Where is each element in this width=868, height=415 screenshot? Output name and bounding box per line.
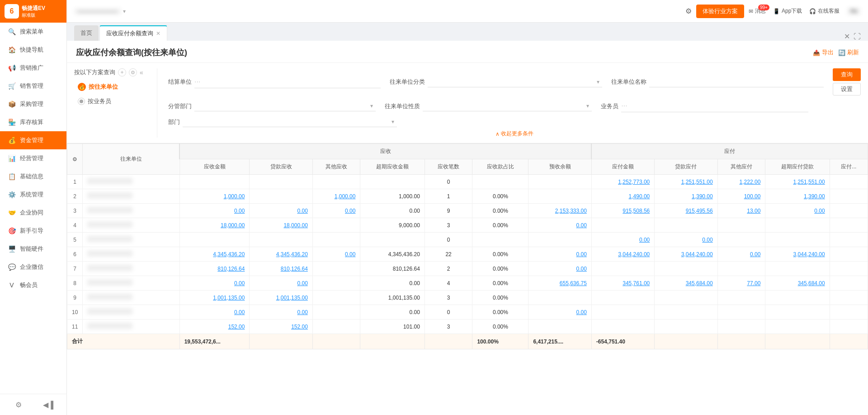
th-overdue-payable: 超期应付贷款 (765, 159, 830, 175)
topbar-right: ✉ 消息 99+ 📱 App下载 🎧 在线客服 Rit (749, 7, 861, 15)
td-receivable-amount: 810,126.64 (179, 262, 250, 276)
breadcrumb-chevron[interactable]: ▾ (123, 8, 126, 14)
td-overdue-receivable: 0.00 (360, 305, 425, 320)
window-expand-btn[interactable]: ⛶ (854, 33, 861, 41)
td-loan-payable (655, 262, 717, 276)
sidebar-label-sales: 销售管理 (20, 82, 43, 90)
tab-close-icon[interactable]: ✕ (156, 30, 160, 37)
online-support-icon[interactable]: 🎧 在线客服 (809, 7, 840, 15)
td-loan-receivable (250, 189, 312, 204)
refresh-btn[interactable]: 🔄 刷新 (838, 48, 859, 57)
tab-receivable[interactable]: 应收应付余额查询 ✕ (99, 25, 167, 41)
th-loan-receivable: 贷款应收 (250, 159, 312, 175)
filter-collapse-left-icon[interactable]: « (140, 69, 143, 76)
footer-other-receivable (312, 334, 360, 349)
salesman-input[interactable]: ··· (621, 100, 808, 112)
td-receivable-count: 22 (425, 247, 472, 262)
sidebar-item-inventory[interactable]: 🏪库存核算 (0, 113, 66, 131)
td-payable-tail (830, 291, 868, 305)
tree-icon-partner: 💰 (78, 83, 86, 91)
message-icon[interactable]: ✉ 消息 99+ (749, 7, 766, 15)
data-table: ⚙ 往来单位 应收 应付 应收金额 贷款应收 其他应收 超期应收金额 应收笔数 … (67, 143, 868, 349)
sidebar-item-marketing[interactable]: 📢营销推广 (0, 59, 66, 77)
td-overdue-receivable (360, 175, 425, 189)
sidebar-item-system[interactable]: ⚙️系统管理 (0, 186, 66, 204)
filter-scheme-label: 按以下方案查询 (74, 68, 115, 76)
window-close-btn[interactable]: ✕ (844, 32, 850, 41)
sidebar-label-inventory: 库存核算 (20, 118, 43, 126)
partner-category-select[interactable]: ▾ (428, 77, 602, 87)
td-payable-amount (591, 262, 654, 276)
td-receivable-count: 4 (425, 276, 472, 291)
partner-nature-select[interactable]: ▾ (423, 101, 592, 111)
td-payable-tail (830, 247, 868, 262)
sidebar-item-quick-nav[interactable]: 🏠快捷导航 (0, 41, 66, 59)
td-loan-payable (655, 291, 717, 305)
settings-btn[interactable]: 设置 (833, 83, 861, 95)
topbar-settings-icon[interactable]: ⚙ (685, 7, 692, 15)
td-receivable-amount (179, 175, 250, 189)
username-display: Rit (847, 7, 861, 15)
td-receivable-count: 3 (425, 320, 472, 334)
settlement-unit-input[interactable]: ··· (194, 76, 381, 88)
collapse-icon[interactable]: ◀▐ (41, 398, 55, 411)
sidebar-item-basic[interactable]: 📋基础信息 (0, 167, 66, 186)
td-receivable-ratio (472, 175, 528, 189)
td-loan-payable (655, 305, 717, 320)
td-rownum: 6 (67, 247, 83, 262)
td-other-receivable (312, 218, 360, 233)
filter-settings-icon[interactable]: ⚙ (129, 68, 137, 76)
table-row: 8 0.00 0.00 0.00 4 0.00% 655,636.75 345,… (67, 276, 868, 291)
td-loan-payable: 1,251,551.00 (655, 175, 717, 189)
table-wrapper: ⚙ 往来单位 应收 应付 应收金额 贷款应收 其他应收 超期应收金额 应收笔数 … (67, 143, 868, 415)
sidebar-item-member[interactable]: V畅会员 (0, 276, 66, 294)
sidebar-item-operation[interactable]: 📊经营管理 (0, 149, 66, 167)
footer-overdue-receivable (360, 334, 425, 349)
td-partner (83, 204, 179, 218)
td-rownum: 8 (67, 276, 83, 291)
filter-tree-item-partner[interactable]: 💰 按往来单位 (78, 81, 150, 93)
td-rownum: 4 (67, 218, 83, 233)
filter-tree: 💰 按往来单位 按业务员 (74, 81, 150, 107)
td-overdue-payable (765, 305, 830, 320)
td-overdue-receivable: 810,126.64 (360, 262, 425, 276)
sidebar-label-member: 畅会员 (20, 281, 38, 289)
sidebar-item-finance[interactable]: 💰资金管理 (0, 131, 66, 149)
sidebar-logo: 6 畅捷通EV 标准版 (0, 0, 66, 23)
tab-home[interactable]: 首页 (74, 25, 99, 41)
sidebar-item-search-menu[interactable]: 🔍搜索菜单 (0, 23, 66, 41)
sidebar-item-corp-wechat[interactable]: 💬企业微信 (0, 258, 66, 276)
collapse-filter-btn[interactable]: ∧ 收起更多条件 (495, 130, 533, 138)
dept-select[interactable]: ▾ (194, 101, 376, 111)
sidebar-icon-purchase: 📦 (7, 100, 16, 109)
filter-left: 按以下方案查询 + ⚙ « 💰 按往来单位 按业务员 (67, 68, 157, 138)
td-receivable-ratio: 0.00% (472, 291, 528, 305)
td-loan-receivable: 0.00 (250, 276, 312, 291)
page-actions: 📤 导出 🔄 刷新 (813, 48, 859, 57)
sidebar-item-newbie[interactable]: 🎯新手引导 (0, 222, 66, 240)
td-payable-tail (830, 276, 868, 291)
settlement-dots: ··· (194, 78, 200, 86)
department-select[interactable]: ▾ (183, 117, 397, 127)
sidebar-label-finance: 资金管理 (20, 136, 43, 144)
sidebar-item-purchase[interactable]: 📦采购管理 (0, 95, 66, 113)
settings-bottom-icon[interactable]: ⚙ (12, 398, 25, 411)
td-other-payable: 77.00 (717, 276, 765, 291)
sidebar-item-smart-hw[interactable]: 🖥️智能硬件 (0, 240, 66, 258)
td-receivable-ratio (472, 233, 528, 247)
sidebar-item-corp-collab[interactable]: 🤝企业协同 (0, 204, 66, 222)
filter-add-icon[interactable]: + (118, 68, 126, 76)
app-download-icon[interactable]: 📱 App下载 (773, 7, 802, 15)
td-receivable-amount: 1,000.00 (179, 189, 250, 204)
sidebar-item-sales[interactable]: 🛒销售管理 (0, 77, 66, 95)
filter-tree-item-salesman[interactable]: 按业务员 (78, 95, 150, 107)
export-btn[interactable]: 📤 导出 (813, 48, 834, 57)
promo-btn[interactable]: 体验行业方案 (696, 5, 744, 18)
td-partner (83, 247, 179, 262)
th-settings[interactable]: ⚙ (67, 144, 83, 175)
td-other-payable (717, 320, 765, 334)
td-loan-receivable (250, 175, 312, 189)
partner-name-input[interactable] (649, 77, 824, 87)
td-payable-tail (830, 305, 868, 320)
query-btn[interactable]: 查询 (833, 68, 861, 81)
